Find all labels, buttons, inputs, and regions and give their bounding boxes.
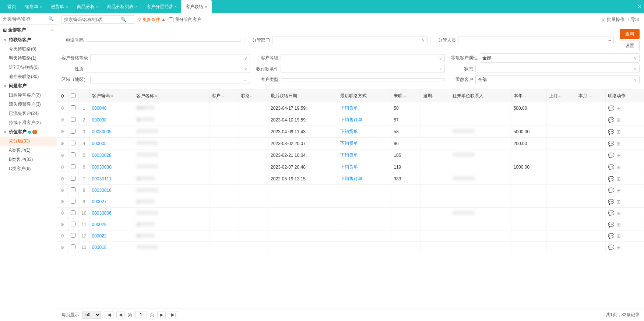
message-icon[interactable]: 💬	[608, 164, 614, 170]
col-customer-type[interactable]: 客户...	[209, 90, 239, 102]
row-customer-code[interactable]: 00030028	[89, 149, 134, 161]
grid-action-icon[interactable]: ⊞	[616, 244, 621, 250]
message-icon[interactable]: 💬	[608, 210, 614, 216]
grid-action-icon[interactable]: ⊞	[616, 176, 621, 182]
grid-action-icon[interactable]: ⊞	[616, 129, 621, 135]
row-checkbox[interactable]	[68, 242, 78, 253]
message-icon[interactable]: 💬	[608, 129, 614, 135]
row-last-type[interactable]	[338, 185, 391, 196]
row-last-type[interactable]: 下销售订单	[338, 173, 391, 185]
gender-input[interactable]: ∨	[86, 65, 250, 73]
all-customers-header[interactable]: ⊞ 全部客户 «	[0, 25, 57, 35]
message-icon[interactable]: 💬	[608, 199, 614, 205]
status-input[interactable]: ∨	[475, 65, 640, 73]
message-icon[interactable]: 💬	[608, 141, 614, 147]
row-select-checkbox[interactable]	[71, 187, 75, 192]
row-checkbox[interactable]	[68, 138, 78, 149]
sidebar-item-class-a[interactable]: A类客户(1)	[0, 146, 57, 155]
prev-page-button[interactable]: ◀	[116, 311, 125, 318]
row-customer-code[interactable]: 00030005	[89, 126, 134, 138]
pending-group[interactable]: ▼ 待联络客户	[0, 35, 57, 45]
col-no-contact[interactable]: 未联...	[391, 90, 421, 102]
tab-product-analysis[interactable]: 商品分析 ×	[73, 0, 103, 13]
customer-level-input[interactable]: ∨	[281, 54, 445, 62]
row-checkbox[interactable]	[68, 230, 78, 242]
retail-customer-input[interactable]: 全部 ∨	[475, 75, 640, 84]
col-this-year[interactable]: 本年...	[511, 90, 546, 102]
row-select-checkbox[interactable]	[71, 222, 75, 226]
row-settings[interactable]: ⚙	[57, 230, 68, 242]
row-last-type[interactable]	[338, 208, 391, 219]
row-last-type[interactable]: 下销货单	[338, 102, 391, 114]
col-customer-code[interactable]: 客户编码⇅	[89, 90, 134, 102]
row-customer-code[interactable]: 00030006	[89, 208, 134, 219]
row-checkbox[interactable]	[68, 196, 78, 208]
search-box[interactable]: 🔍	[61, 15, 135, 24]
sidebar-item-class-b[interactable]: B类客户(33)	[0, 155, 57, 164]
grid-action-icon[interactable]: ⊞	[616, 141, 621, 147]
grid-action-icon[interactable]: ⊞	[616, 233, 621, 239]
last-page-button[interactable]: ▶|	[169, 311, 178, 318]
sidebar-item-declining[interactable]: 持续下滑客户(2)	[0, 118, 57, 127]
col-last-contact-type[interactable]: 最后联络方式	[338, 90, 391, 102]
close-icon[interactable]: ×	[40, 4, 42, 9]
row-last-type[interactable]	[338, 230, 391, 242]
row-customer-code[interactable]: 00030030	[89, 161, 134, 173]
message-icon[interactable]: 💬	[608, 117, 614, 123]
page-number-input[interactable]	[135, 311, 147, 318]
row-last-type[interactable]: 下销货单	[338, 126, 391, 138]
person-input[interactable]: ···	[458, 36, 614, 44]
row-settings[interactable]: ⚙	[57, 219, 68, 230]
row-select-checkbox[interactable]	[71, 164, 75, 169]
problem-group[interactable]: ▼ 问题客户	[0, 81, 57, 91]
row-checkbox[interactable]	[68, 219, 78, 230]
grid-action-icon[interactable]: ⊞	[616, 187, 621, 193]
row-select-checkbox[interactable]	[71, 244, 75, 249]
row-settings[interactable]: ⚙	[57, 126, 68, 138]
row-select-checkbox[interactable]	[71, 199, 75, 204]
page-size-select[interactable]: 50 20 100	[82, 311, 101, 319]
row-settings[interactable]: ⚙	[57, 138, 68, 149]
price-level-input[interactable]: ∨	[90, 54, 250, 62]
row-customer-code[interactable]: 000005	[89, 138, 134, 149]
tab-product-list[interactable]: 商品分析列表 ×	[103, 0, 142, 13]
row-checkbox[interactable]	[68, 149, 78, 161]
message-icon[interactable]: 💬	[608, 233, 614, 239]
tab-home[interactable]: 首页	[3, 0, 21, 13]
customer-type-input[interactable]	[281, 78, 445, 81]
message-icon[interactable]: 💬	[608, 222, 614, 227]
payment-input[interactable]: ∨	[281, 65, 445, 73]
close-icon[interactable]: ×	[66, 4, 68, 9]
grid-action-icon[interactable]: ⊞	[616, 105, 621, 111]
sidebar-item-hoarding-anomaly[interactable]: 囤购异常客户(2)	[0, 91, 57, 100]
grid-action-icon[interactable]: ⊞	[616, 210, 621, 216]
row-last-type[interactable]: 下销货单	[338, 138, 391, 149]
sidebar-item-overdue-contact[interactable]: 逾期未联络(30)	[0, 72, 57, 81]
sidebar-item-class-c[interactable]: C类客户(6)	[0, 164, 57, 173]
row-settings[interactable]: ⚙	[57, 149, 68, 161]
close-icon[interactable]: ×	[205, 4, 207, 9]
row-checkbox[interactable]	[68, 114, 78, 126]
row-customer-code[interactable]: 000029	[89, 219, 134, 230]
row-checkbox[interactable]	[68, 102, 78, 114]
row-last-type[interactable]	[338, 219, 391, 230]
col-customer-name[interactable]: 客户名称⇅	[134, 90, 209, 102]
sidebar-item-churn-warning[interactable]: 流失预警客户(3)	[0, 100, 57, 109]
row-select-checkbox[interactable]	[71, 141, 75, 145]
row-select-checkbox[interactable]	[71, 105, 75, 110]
row-checkbox[interactable]	[68, 126, 78, 138]
row-select-checkbox[interactable]	[71, 129, 75, 134]
region-input[interactable]: ···	[90, 76, 250, 84]
row-customer-code[interactable]: 00030111	[89, 173, 134, 185]
row-last-type[interactable]: 下销售订单	[338, 114, 391, 126]
row-last-type[interactable]	[338, 242, 391, 253]
row-settings[interactable]: ⚙	[57, 114, 68, 126]
message-icon[interactable]: 💬	[608, 176, 614, 182]
next-page-button[interactable]: ▶	[157, 311, 166, 318]
batch-operations-btn[interactable]: ☑ 批量操作	[602, 17, 624, 23]
row-select-checkbox[interactable]	[71, 152, 75, 157]
col-contact[interactable]: 联络...	[239, 90, 268, 102]
my-customers-checkbox[interactable]: 我分管的客户	[169, 17, 201, 23]
select-all-checkbox[interactable]	[71, 93, 75, 98]
my-customers-check[interactable]	[169, 17, 173, 22]
